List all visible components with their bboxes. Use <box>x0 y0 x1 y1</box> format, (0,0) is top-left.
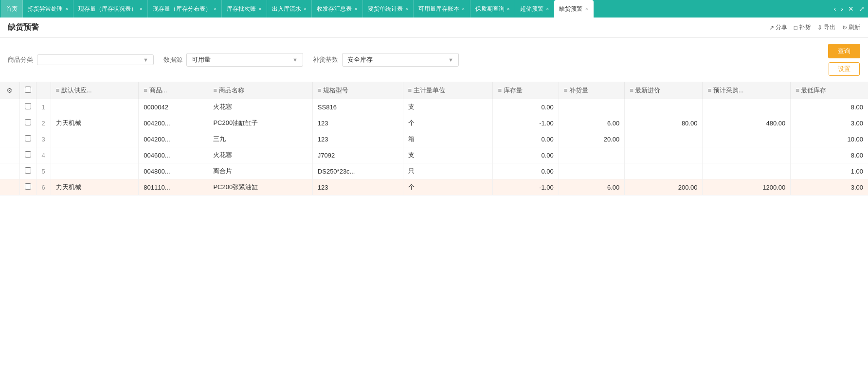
tab-inventory-dist-close[interactable]: × <box>214 6 217 12</box>
select-all-checkbox[interactable] <box>25 87 31 93</box>
tab-shortage-close[interactable]: × <box>585 6 588 12</box>
row-replenish: 20.00 <box>559 131 624 147</box>
row-check-cell <box>19 179 36 195</box>
row-est-purchase: 1200.00 <box>703 179 791 195</box>
tab-expiry-label: 保质期查询 <box>475 5 505 13</box>
replenish-btn[interactable]: □ 补货 <box>794 23 811 32</box>
table-header-row: ⚙ ≡ 默认供应... ≡ 商品... ≡ <box>0 82 868 99</box>
replenish-label: 补货 <box>799 23 811 32</box>
row-est-purchase <box>703 163 791 179</box>
col-replenish: ≡ 补货量 <box>559 82 624 99</box>
tab-shortage[interactable]: 缺货预警 × <box>554 0 593 18</box>
replenish-select[interactable]: 安全库存 ▼ <box>342 53 459 67</box>
tab-inventory-status-close[interactable]: × <box>139 6 142 12</box>
row-latest-price <box>625 147 703 163</box>
table-container: ⚙ ≡ 默认供应... ≡ 商品... ≡ <box>0 82 868 195</box>
row-min-stock: 1.00 <box>791 163 868 179</box>
col-stock-filter-icon: ≡ <box>498 87 503 94</box>
row-checkbox-5[interactable] <box>25 183 31 190</box>
tab-exception-close[interactable]: × <box>65 6 68 12</box>
row-spec: SS816 <box>312 99 403 115</box>
row-spec: 123 <box>312 131 403 147</box>
tab-order-stat-label: 要货单统计表 <box>368 5 403 13</box>
row-product-code: 004200... <box>139 115 208 131</box>
export-icon: ⇩ <box>817 24 822 31</box>
tab-collect-summary[interactable]: 收发存汇总表 × <box>312 0 362 18</box>
export-btn[interactable]: ⇩ 导出 <box>817 23 835 32</box>
col-replenish-filter-icon: ≡ <box>564 87 569 94</box>
col-min-stock-filter-icon: ≡ <box>796 87 801 94</box>
row-checkbox-3[interactable] <box>25 151 31 158</box>
row-replenish <box>559 147 624 163</box>
tab-inout-flow-close[interactable]: × <box>304 6 307 12</box>
tab-available-ledger[interactable]: 可用量库存账本 × <box>414 0 470 18</box>
row-number: 6 <box>36 179 51 195</box>
tab-expand-btn[interactable]: ⤢ <box>856 0 867 18</box>
row-product-name: 离合片 <box>208 163 312 179</box>
tab-inventory-status[interactable]: 现存量（库存状况表） × <box>73 0 147 18</box>
row-latest-price: 80.00 <box>625 115 703 131</box>
row-check-cell <box>19 147 36 163</box>
col-est-purchase: ≡ 预计采购... <box>703 82 791 99</box>
tab-inventory-status-label: 现存量（库存状况表） <box>78 5 137 13</box>
category-select[interactable]: ▼ <box>37 54 154 65</box>
tab-home[interactable]: 首页 <box>1 0 23 18</box>
category-label: 商品分类 <box>8 55 33 64</box>
share-icon: ↗ <box>769 24 774 31</box>
row-checkbox-2[interactable] <box>25 135 31 141</box>
replenish-icon: □ <box>794 24 797 31</box>
col-row-num <box>36 82 51 99</box>
tab-available-ledger-label: 可用量库存账本 <box>418 5 459 13</box>
gear-button[interactable]: ⚙ <box>6 87 13 94</box>
tab-expiry-close[interactable]: × <box>507 6 510 12</box>
replenish-value: 安全库存 <box>347 55 373 64</box>
row-checkbox-0[interactable] <box>25 103 31 109</box>
row-latest-price <box>625 131 703 147</box>
row-supplier <box>51 163 139 179</box>
replenish-label: 补货基数 <box>313 55 338 64</box>
tab-batch[interactable]: 库存批次账 × <box>222 0 267 18</box>
tab-inventory-dist[interactable]: 现存量（库存分布表） × <box>148 0 222 18</box>
tab-inout-flow[interactable]: 出入库流水 × <box>267 0 312 18</box>
row-unit: 支 <box>403 99 493 115</box>
tab-overstock[interactable]: 超储预警 × <box>515 0 554 18</box>
col-latest-price: ≡ 最新进价 <box>625 82 703 99</box>
tab-expiry[interactable]: 保质期查询 × <box>470 0 515 18</box>
col-supplier: ≡ 默认供应... <box>51 82 139 99</box>
datasource-select[interactable]: 可用量 ▼ <box>186 53 303 67</box>
tab-order-stat-close[interactable]: × <box>405 6 408 12</box>
row-supplier <box>51 131 139 147</box>
row-check-cell <box>19 131 36 147</box>
page-title: 缺货预警 <box>8 22 769 33</box>
row-check-cell <box>19 163 36 179</box>
col-product-code-filter-icon: ≡ <box>144 87 149 94</box>
row-supplier: 力天机械 <box>51 115 139 131</box>
tab-overstock-close[interactable]: × <box>546 6 549 12</box>
tab-prev-btn[interactable]: ‹ <box>832 0 839 18</box>
row-gear-cell <box>0 115 19 131</box>
row-checkbox-1[interactable] <box>25 119 31 125</box>
query-btn[interactable]: 查询 <box>828 44 860 58</box>
tab-next-btn[interactable]: › <box>838 0 846 18</box>
category-arrow-icon: ▼ <box>143 57 148 63</box>
main-content: 缺货预警 ↗ 分享 □ 补货 ⇩ 导出 ↻ 刷新 商品分类 <box>0 18 868 387</box>
row-product-name: PC200张紧油缸 <box>208 179 312 195</box>
tab-collect-summary-close[interactable]: × <box>354 6 357 12</box>
tab-available-ledger-close[interactable]: × <box>462 6 465 12</box>
row-stock: 0.00 <box>493 147 559 163</box>
tab-close-all-btn[interactable]: ✕ <box>846 0 856 18</box>
tab-order-stat[interactable]: 要货单统计表 × <box>363 0 414 18</box>
row-checkbox-4[interactable] <box>25 167 31 174</box>
tab-shortage-label: 缺货预警 <box>559 5 582 13</box>
row-min-stock: 3.00 <box>791 115 868 131</box>
tab-batch-close[interactable]: × <box>258 6 261 12</box>
refresh-btn[interactable]: ↻ 刷新 <box>842 23 860 32</box>
row-number: 5 <box>36 163 51 179</box>
col-spec-filter-icon: ≡ <box>318 87 323 94</box>
col-supplier-filter-icon: ≡ <box>56 87 61 94</box>
filter-area: 商品分类 ▼ 数据源 可用量 ▼ 补货基数 安全库存 ▼ 查询 设置 <box>0 38 868 82</box>
tab-exception[interactable]: 拣货异常处理 × <box>23 0 73 18</box>
row-latest-price <box>625 163 703 179</box>
setting-btn[interactable]: 设置 <box>829 62 860 76</box>
share-btn[interactable]: ↗ 分享 <box>769 23 787 32</box>
